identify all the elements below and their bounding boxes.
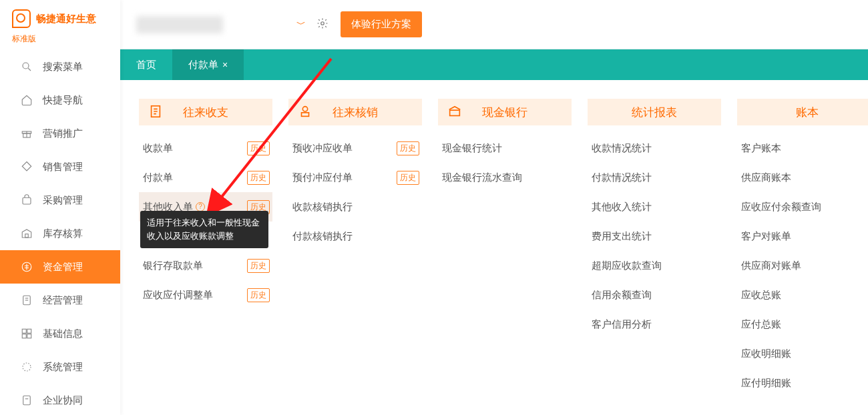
search-icon	[20, 60, 33, 73]
tabstrip: 首页 付款单 ×	[120, 49, 868, 80]
section-title: 账本	[796, 105, 819, 120]
entry-payment-stat[interactable]: 付款情况统计	[588, 163, 721, 192]
entry-label: 应收应付余额查询	[741, 201, 821, 214]
money-icon	[20, 260, 33, 274]
tab-home[interactable]: 首页	[120, 49, 172, 80]
nav-label: 企业协同	[43, 394, 83, 407]
brand-logo-icon	[12, 9, 31, 28]
tab-label: 首页	[136, 59, 156, 71]
history-tag[interactable]: 历史	[247, 141, 270, 155]
entry-label: 预收冲应收单	[292, 142, 353, 155]
section-header: 往来核销	[288, 99, 422, 125]
org-name-redacted	[136, 16, 223, 33]
bank-icon	[447, 104, 462, 122]
entry-vendor-statement[interactable]: 供应商对账单	[737, 251, 868, 280]
tab-label: 付款单	[188, 59, 218, 71]
close-icon[interactable]: ×	[222, 59, 228, 70]
nav-item-basicinfo[interactable]: 基础信息	[0, 317, 120, 350]
entry-label: 应付明细账	[741, 377, 791, 390]
gear-icon	[20, 360, 33, 374]
entry-customer-credit[interactable]: 客户信用分析	[588, 310, 721, 339]
help-icon[interactable]: ?	[196, 202, 205, 212]
entry-label: 收款情况统计	[592, 142, 652, 155]
nav-item-funds[interactable]: 资金管理	[0, 250, 120, 284]
entry-prepay-ap[interactable]: 预付冲应付单 历史	[288, 163, 422, 192]
brand-block: 畅捷通好生意	[0, 0, 120, 35]
entry-other-income-stat[interactable]: 其他收入统计	[588, 192, 721, 222]
section-header: 现金银行	[438, 99, 572, 125]
svg-rect-11	[22, 329, 26, 333]
settings-button[interactable]	[316, 17, 329, 32]
entry-arap-balance[interactable]: 应收应付余额查询	[737, 192, 868, 222]
entry-label: 客户账本	[741, 142, 781, 155]
entry-cashbank-flow[interactable]: 现金银行流水查询	[438, 163, 572, 192]
tab-payment[interactable]: 付款单 ×	[172, 49, 244, 80]
nav-item-marketing[interactable]: 营销推广	[0, 117, 120, 150]
svg-line-1	[28, 68, 31, 71]
entry-prepay-ar[interactable]: 预收冲应收单 历史	[288, 133, 422, 163]
entry-expense-stat[interactable]: 费用支出统计	[588, 222, 721, 251]
entry-credit-balance[interactable]: 信用余额查询	[588, 280, 721, 310]
nav-item-purchase[interactable]: 采购管理	[0, 183, 120, 217]
section-header: 往来收支	[139, 99, 272, 125]
svg-point-0	[23, 63, 29, 69]
experience-button[interactable]: 体验行业方案	[341, 11, 422, 37]
entry-receipt[interactable]: 收款单 历史	[139, 133, 272, 163]
nav-item-collab[interactable]: 企业协同	[0, 384, 120, 415]
history-tag[interactable]: 历史	[247, 259, 270, 273]
nav-label: 采购管理	[43, 194, 83, 207]
nav-item-inventory[interactable]: 库存核算	[0, 217, 120, 250]
entry-label: 应收明细账	[741, 348, 791, 360]
nav-label: 快捷导航	[43, 94, 83, 107]
entry-vendor-ledger[interactable]: 供应商账本	[737, 163, 868, 192]
entry-cashbank-stat[interactable]: 现金银行统计	[438, 133, 572, 163]
org-dropdown-caret-icon[interactable]: ﹀	[296, 19, 306, 31]
section-title: 统计报表	[632, 105, 677, 120]
entry-label: 应付总账	[741, 318, 781, 331]
nav-label: 资金管理	[43, 261, 83, 274]
entry-list: 预收冲应收单 历史 预付冲应付单 历史 收款核销执行 付款核销执行	[288, 133, 422, 251]
entry-ar-ap-adjust[interactable]: 应收应付调整单 历史	[139, 280, 272, 310]
nav-item-sales[interactable]: 销售管理	[0, 150, 120, 183]
history-tag[interactable]: 历史	[247, 171, 270, 185]
nav-item-system[interactable]: 系统管理	[0, 350, 120, 384]
nav-label: 营销推广	[43, 127, 83, 140]
entry-label: 其他收入统计	[592, 201, 652, 214]
nav-item-quicknav[interactable]: 快捷导航	[0, 83, 120, 117]
svg-rect-13	[22, 334, 26, 338]
entry-bank-transfer[interactable]: 银行存取款单 历史	[139, 251, 272, 280]
entry-ap-general[interactable]: 应付总账	[737, 310, 868, 339]
entry-label: 供应商对账单	[741, 260, 801, 272]
entry-ap-detail[interactable]: 应付明细账	[737, 368, 868, 398]
section-cashbank: 现金银行 现金银行统计 现金银行流水查询	[438, 99, 572, 398]
bag-icon	[20, 193, 33, 207]
entry-ar-detail[interactable]: 应收明细账	[737, 339, 868, 368]
entry-list: 现金银行统计 现金银行流水查询	[438, 133, 572, 192]
nav-label: 基础信息	[43, 328, 83, 340]
section-header: 账本	[737, 99, 868, 125]
section-writeoff: 往来核销 预收冲应收单 历史 预付冲应付单 历史 收款核销执行 付款核销执行	[288, 99, 422, 398]
entry-receipt-exec[interactable]: 收款核销执行	[288, 192, 422, 222]
svg-rect-5	[23, 197, 31, 204]
nav-item-operation[interactable]: 经营管理	[0, 284, 120, 317]
entry-label: 信用余额查询	[592, 289, 652, 302]
help-tooltip: 适用于往来收入和一般性现金收入以及应收账款调整	[140, 211, 268, 248]
note-icon	[20, 294, 33, 307]
receipt-icon	[148, 104, 163, 122]
entry-label: 现金银行统计	[442, 142, 502, 155]
entry-receipt-stat[interactable]: 收款情况统计	[588, 133, 721, 163]
brand-name: 畅捷通好生意	[36, 13, 96, 25]
history-tag[interactable]: 历史	[247, 288, 270, 302]
entry-payment-exec[interactable]: 付款核销执行	[288, 222, 422, 251]
entry-customer-statement[interactable]: 客户对账单	[737, 222, 868, 251]
entry-ar-general[interactable]: 应收总账	[737, 280, 868, 310]
nav-item-search[interactable]: 搜索菜单	[0, 50, 120, 83]
entry-overdue-ar[interactable]: 超期应收款查询	[588, 251, 721, 280]
entry-label: 收款单	[143, 142, 173, 155]
history-tag[interactable]: 历史	[397, 171, 419, 185]
svg-rect-21	[302, 113, 309, 117]
history-tag[interactable]: 历史	[397, 141, 419, 155]
entry-customer-ledger[interactable]: 客户账本	[737, 133, 868, 163]
entry-payment[interactable]: 付款单 历史	[139, 163, 272, 192]
svg-point-20	[302, 107, 307, 111]
